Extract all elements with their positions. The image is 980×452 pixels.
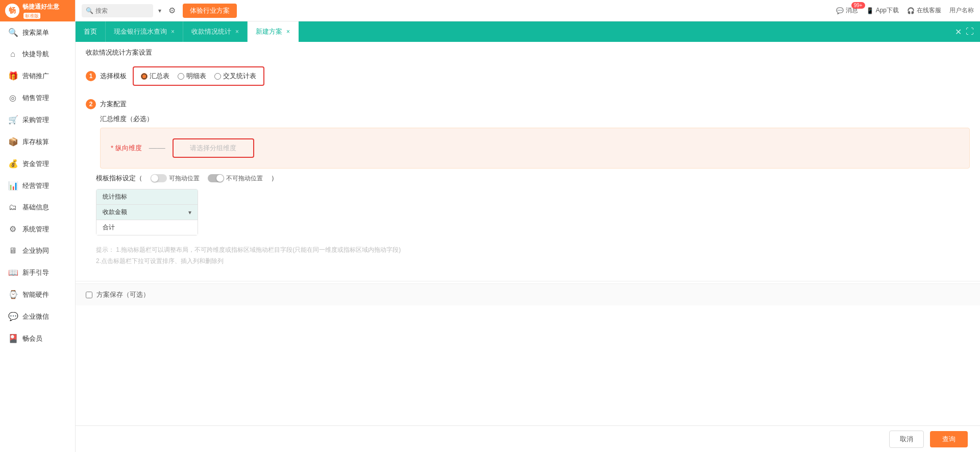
- tab-home-label: 首页: [84, 27, 97, 36]
- sidebar-item-member[interactable]: 🎴 畅会员: [0, 327, 75, 349]
- search-bar[interactable]: 🔍: [82, 4, 153, 17]
- sidebar-item-label: 智能硬件: [22, 290, 49, 299]
- stats-section-header: 统计指标: [96, 189, 198, 205]
- message-button[interactable]: 💬 消息 99+: [836, 6, 858, 15]
- dimension-row: * 纵向维度 —— 请选择分组维度: [111, 138, 959, 158]
- stats-column-label: 收款金额: [103, 208, 127, 217]
- sidebar-item-operations[interactable]: 📊 经营管理: [0, 175, 75, 197]
- page-title: 收款情况统计方案设置: [86, 49, 152, 56]
- sidebar-item-label: 系统管理: [22, 225, 49, 234]
- close-window-icon[interactable]: ✕: [955, 27, 962, 37]
- page-title-bar: 收款情况统计方案设置: [76, 42, 980, 61]
- sidebar-item-search[interactable]: 🔍 搜索菜单: [0, 21, 75, 43]
- column-dropdown-icon[interactable]: ▾: [188, 209, 191, 216]
- unmovable-toggle: 不可拖动位置: [208, 174, 263, 183]
- sidebar-item-finance[interactable]: 💰 资金管理: [0, 153, 75, 175]
- tab-collection-stat-label: 收款情况统计: [191, 27, 231, 36]
- dimension-area-wrapper: 汇总维度（必选） * 纵向维度 —— 请选择分组维度: [100, 114, 970, 169]
- tab-bank-flow-label: 现金银行流水查询: [114, 27, 167, 36]
- tab-collection-stat-close[interactable]: ×: [235, 28, 239, 35]
- tab-bank-flow[interactable]: 现金银行流水查询 ×: [106, 21, 183, 42]
- sidebar-item-sales[interactable]: ◎ 销售管理: [0, 87, 75, 109]
- sidebar-item-label: 新手引导: [22, 268, 49, 277]
- maximize-icon[interactable]: ⛶: [966, 27, 974, 36]
- tab-new-plan[interactable]: 新建方案 ×: [248, 21, 299, 42]
- sidebar-item-purchase[interactable]: 🛒 采购管理: [0, 109, 75, 131]
- movable-toggle[interactable]: 可拖动位置: [151, 174, 200, 183]
- radio-detail-input[interactable]: [178, 73, 184, 80]
- sidebar-item-label: 资金管理: [22, 159, 49, 169]
- stats-table: 统计指标 收款金额 ▾ 合计: [96, 189, 198, 235]
- sales-icon: ◎: [8, 93, 17, 103]
- sidebar-item-quick-nav[interactable]: ⌂ 快捷导航: [0, 43, 75, 65]
- sidebar-item-inventory[interactable]: 📦 库存核算: [0, 131, 75, 153]
- logo-icon: 畅: [5, 4, 19, 18]
- close-paren: ）: [271, 174, 278, 183]
- sidebar-item-guide[interactable]: 📖 新手引导: [0, 261, 75, 283]
- movable-switch[interactable]: [151, 174, 167, 182]
- tab-collection-stat[interactable]: 收款情况统计 ×: [183, 21, 248, 42]
- app-label: App下载: [876, 6, 899, 15]
- sidebar: 畅 畅捷通好生意 标准版 🔍 搜索菜单 ⌂ 快捷导航 🎁 营销推广 ◎ 销售管理…: [0, 0, 76, 452]
- money-icon: 💰: [8, 159, 17, 169]
- indicator-title: 模板指标设定（: [96, 174, 142, 183]
- sidebar-nav: 🔍 搜索菜单 ⌂ 快捷导航 🎁 营销推广 ◎ 销售管理 🛒 采购管理 📦 库存核…: [0, 21, 75, 452]
- sidebar-item-system[interactable]: ⚙ 系统管理: [0, 218, 75, 240]
- chart-icon: 📊: [8, 181, 17, 191]
- radio-cross[interactable]: 交叉统计表: [214, 72, 256, 81]
- movable-label: 可拖动位置: [169, 174, 200, 183]
- sidebar-item-enterprise[interactable]: 🖥 企业协同: [0, 240, 75, 261]
- dimension-select[interactable]: 请选择分组维度: [173, 138, 254, 158]
- radio-detail-label: 明细表: [186, 72, 206, 81]
- settings-icon[interactable]: ⚙: [168, 6, 176, 15]
- tab-new-plan-label: 新建方案: [256, 27, 282, 36]
- stats-column-row: 收款金额 ▾: [96, 205, 198, 220]
- sidebar-item-label: 经营管理: [22, 181, 49, 191]
- section-divider: [76, 281, 980, 281]
- sidebar-item-label: 基础信息: [22, 203, 49, 212]
- dimension-row-label: * 纵向维度: [111, 144, 142, 153]
- topbar: 🔍 ▾ ⚙ 体验行业方案 💬 消息 99+ 📱 App下载 🎧 在线客服 用户名…: [76, 0, 980, 21]
- customer-service-button[interactable]: 🎧 在线客服: [907, 6, 941, 15]
- query-button[interactable]: 查询: [930, 431, 968, 447]
- step1-section: 1 选择模板 汇总表 明细表 交叉统计表: [76, 61, 980, 96]
- sidebar-item-marketing[interactable]: 🎁 营销推广: [0, 65, 75, 87]
- tab-bank-flow-close[interactable]: ×: [171, 28, 175, 35]
- search-dropdown-icon[interactable]: ▾: [158, 7, 161, 14]
- step1-number: 1: [86, 71, 96, 81]
- radio-cross-input[interactable]: [214, 73, 221, 80]
- arrow-icon: ——: [149, 144, 165, 153]
- app-download-button[interactable]: 📱 App下载: [866, 6, 899, 15]
- radio-summary-label: 汇总表: [150, 72, 169, 81]
- search-icon: 🔍: [86, 7, 93, 14]
- watch-icon: ⌚: [8, 290, 17, 299]
- gear-icon: ⚙: [8, 224, 17, 234]
- trial-button[interactable]: 体验行业方案: [183, 4, 237, 18]
- cancel-button[interactable]: 取消: [889, 431, 924, 448]
- monitor-icon: 🖥: [8, 246, 17, 255]
- sidebar-item-label: 快捷导航: [22, 50, 49, 59]
- home-icon: ⌂: [8, 50, 17, 59]
- bottom-save-bar: 方案保存（可选）: [76, 283, 980, 305]
- tab-new-plan-close[interactable]: ×: [286, 28, 290, 35]
- radio-detail[interactable]: 明细表: [178, 72, 206, 81]
- step1-header: 1 选择模板 汇总表 明细表 交叉统计表: [86, 66, 970, 86]
- save-checkbox[interactable]: [86, 292, 92, 298]
- topbar-right: 💬 消息 99+ 📱 App下载 🎧 在线客服 用户名称: [836, 6, 974, 15]
- indicator-header: 模板指标设定（ 可拖动位置 不可拖动位置: [96, 174, 960, 183]
- tab-home[interactable]: 首页: [76, 21, 106, 42]
- radio-summary-input[interactable]: [141, 73, 148, 80]
- unmovable-label: 不可拖动位置: [226, 174, 263, 183]
- box-icon: 📦: [8, 137, 17, 147]
- sidebar-item-basic[interactable]: 🗂 基础信息: [0, 197, 75, 218]
- sidebar-item-wechat[interactable]: 💬 企业微信: [0, 305, 75, 327]
- page-inner: 收款情况统计方案设置 1 选择模板 汇总表 明细表: [76, 42, 980, 425]
- search-input[interactable]: [95, 7, 146, 14]
- save-label: 方案保存（可选）: [96, 290, 150, 299]
- radio-summary[interactable]: 汇总表: [141, 72, 169, 81]
- step2-title: 方案配置: [100, 100, 127, 109]
- sidebar-item-hardware[interactable]: ⌚ 智能硬件: [0, 283, 75, 305]
- sidebar-item-label: 采购管理: [22, 115, 49, 125]
- unmovable-switch[interactable]: [208, 174, 224, 182]
- sidebar-item-label: 库存核算: [22, 137, 49, 147]
